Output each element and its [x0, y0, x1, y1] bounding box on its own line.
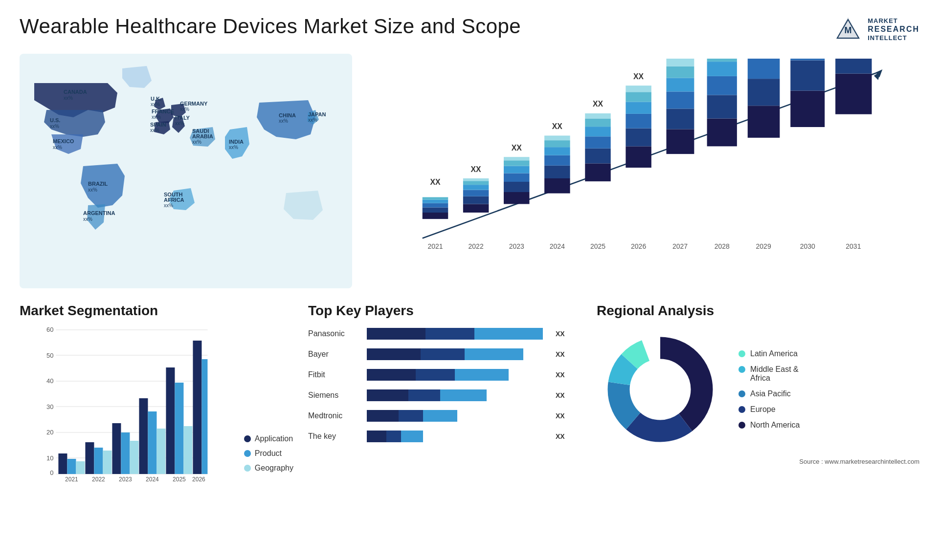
svg-rect-59 [504, 157, 530, 160]
seg-bars-svg: 60 50 40 30 20 10 0 [20, 326, 229, 482]
player-row-panasonic: Panasonic XX [308, 326, 582, 342]
svg-text:2023: 2023 [509, 242, 524, 250]
svg-point-187 [632, 361, 689, 418]
svg-rect-119 [835, 59, 872, 74]
svg-text:CHINA: CHINA [279, 112, 296, 118]
svg-text:60: 60 [46, 326, 53, 333]
svg-text:xx%: xx% [164, 203, 173, 208]
svg-text:2022: 2022 [469, 242, 484, 250]
legend-latin-america-dot [738, 350, 745, 357]
svg-text:0: 0 [50, 469, 53, 476]
svg-text:2022: 2022 [92, 476, 105, 482]
svg-rect-170 [367, 369, 416, 381]
svg-rect-165 [425, 328, 474, 340]
svg-text:xx%: xx% [150, 128, 159, 133]
player-bar-siemens: XX [367, 388, 582, 403]
svg-rect-146 [103, 451, 112, 474]
donut-area: Latin America Middle East &Africa Asia P… [597, 326, 919, 453]
regional-legend: Latin America Middle East &Africa Asia P… [738, 349, 800, 430]
svg-text:MEXICO: MEXICO [53, 138, 74, 144]
player-bar-fitbit: XX [367, 367, 582, 383]
legend-asia-pacific-dot [738, 390, 745, 397]
svg-rect-50 [463, 181, 489, 185]
legend-product-dot [244, 450, 251, 457]
svg-text:xx%: xx% [88, 187, 97, 193]
svg-rect-179 [367, 431, 386, 442]
svg-rect-148 [112, 423, 121, 474]
svg-rect-110 [790, 91, 825, 127]
svg-text:xx%: xx% [152, 114, 161, 120]
legend-europe-dot [738, 406, 745, 413]
svg-rect-173 [367, 389, 408, 401]
svg-rect-88 [667, 91, 694, 108]
svg-rect-102 [748, 106, 780, 138]
svg-rect-56 [504, 173, 530, 182]
svg-text:xx%: xx% [53, 145, 62, 150]
player-row-bayer: Bayer XX [308, 346, 582, 362]
svg-rect-72 [585, 136, 611, 149]
player-xx-bayer: XX [556, 350, 565, 358]
svg-text:SPAIN: SPAIN [150, 122, 166, 128]
world-map-container: CANADA xx% U.S. xx% MEXICO xx% BRAZIL xx… [20, 54, 352, 288]
svg-text:XX: XX [471, 165, 482, 173]
player-bar-bayer: XX [367, 346, 582, 362]
svg-rect-160 [193, 341, 201, 474]
svg-rect-89 [667, 78, 694, 91]
svg-rect-87 [667, 108, 694, 129]
svg-text:2031: 2031 [846, 242, 861, 250]
svg-rect-78 [626, 146, 651, 168]
svg-text:XX: XX [593, 100, 604, 108]
donut-chart-svg [597, 326, 724, 453]
svg-rect-90 [667, 66, 694, 78]
svg-rect-180 [386, 431, 401, 442]
key-players-title: Top Key Players [308, 303, 582, 319]
player-row-thekey: The key XX [308, 429, 582, 444]
svg-rect-168 [421, 348, 465, 360]
svg-text:ARABIA: ARABIA [192, 133, 213, 139]
market-seg-title: Market Segmentation [20, 303, 293, 319]
svg-text:2026: 2026 [631, 242, 646, 250]
svg-rect-98 [707, 59, 737, 62]
logo-text: MARKET RESEARCH INTELLECT [868, 17, 919, 42]
seg-bars: 60 50 40 30 20 10 0 [20, 326, 229, 482]
svg-text:xx%: xx% [229, 145, 238, 150]
header: Wearable Healthcare Devices Market Size … [20, 15, 919, 44]
legend-north-america-dot [738, 422, 745, 429]
svg-text:FRANCE: FRANCE [152, 108, 174, 114]
bar-chart-svg: XX 2021 XX 2022 [372, 59, 910, 264]
svg-rect-94 [707, 119, 737, 147]
svg-rect-97 [707, 62, 737, 76]
page-title: Wearable Healthcare Devices Market Size … [20, 15, 521, 38]
svg-rect-176 [367, 410, 399, 422]
svg-rect-112 [790, 59, 825, 61]
svg-rect-47 [463, 196, 489, 204]
legend-product: Product [244, 449, 293, 458]
player-name-thekey: The key [308, 432, 362, 441]
svg-rect-73 [585, 127, 611, 136]
svg-text:BRAZIL: BRAZIL [88, 181, 108, 187]
svg-rect-64 [544, 155, 570, 166]
svg-text:40: 40 [46, 377, 53, 385]
svg-rect-171 [416, 369, 455, 381]
legend-europe: Europe [738, 405, 800, 414]
player-name-medtronic: Medtronic [308, 411, 362, 420]
svg-rect-83 [626, 86, 651, 92]
svg-rect-96 [707, 76, 737, 95]
seg-chart-area: 60 50 40 30 20 10 0 [20, 326, 293, 482]
svg-text:XX: XX [512, 144, 522, 152]
player-xx-medtronic: XX [556, 412, 565, 420]
svg-rect-161 [201, 359, 207, 474]
player-xx-panasonic: XX [556, 330, 565, 338]
svg-rect-48 [463, 190, 489, 196]
svg-text:2023: 2023 [119, 476, 132, 482]
seg-legend: Application Product Geography [244, 434, 293, 482]
svg-rect-57 [504, 166, 530, 173]
svg-rect-43 [423, 197, 448, 200]
players-list: Panasonic XX Bayer [308, 326, 582, 444]
svg-rect-142 [76, 461, 85, 474]
svg-text:2028: 2028 [715, 242, 730, 250]
svg-rect-70 [585, 163, 611, 181]
svg-text:GERMANY: GERMANY [180, 101, 208, 107]
svg-rect-82 [626, 92, 651, 102]
legend-middle-east-dot [738, 366, 745, 373]
